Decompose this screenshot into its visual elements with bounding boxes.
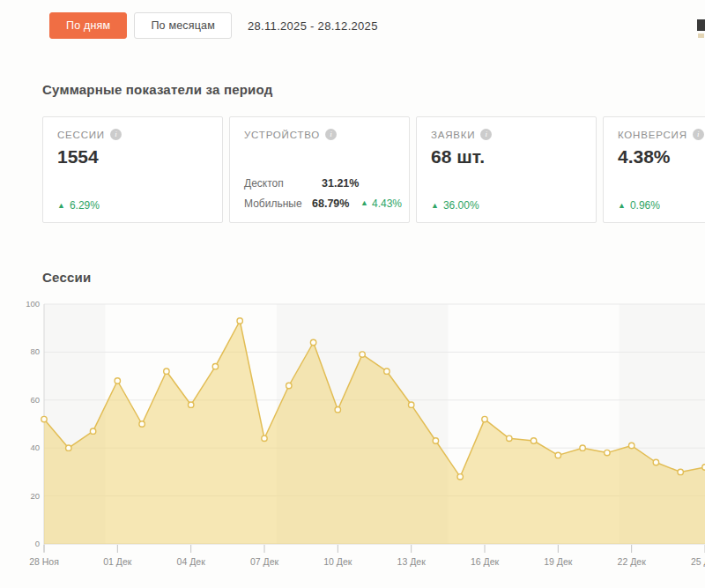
date-range-value[interactable]: 28.11.2025 - 28.12.2025: [248, 19, 378, 33]
data-point[interactable]: [335, 407, 340, 413]
data-point[interactable]: [384, 368, 390, 374]
y-tick-label: 20: [30, 491, 40, 501]
up-triangle-icon: ▲: [431, 202, 439, 210]
y-tick-label: 60: [30, 395, 40, 405]
x-tick-label: 16 Дек: [471, 556, 500, 567]
desktop-label: Десктоп: [244, 177, 322, 190]
info-icon[interactable]: i: [110, 129, 122, 140]
x-tick-label: 07 Дек: [250, 556, 279, 567]
conversion-card-title: КОНВЕРСИЯ: [618, 130, 687, 140]
sessions-card: СЕССИИ i 1554 ▲ 6.29%: [42, 116, 223, 223]
data-point[interactable]: [605, 450, 610, 455]
x-tick-label: 22 Дек: [618, 556, 647, 567]
info-icon[interactable]: i: [325, 129, 337, 140]
x-tick-label: 10 Дек: [323, 556, 352, 567]
data-point[interactable]: [139, 421, 145, 427]
mobile-share: 68.79%: [312, 197, 355, 210]
data-point[interactable]: [629, 443, 634, 448]
summary-cards-row: СЕССИИ i 1554 ▲ 6.29% УСТРОЙСТВО i Дескт…: [42, 116, 705, 223]
mobile-label: Мобильные: [244, 197, 312, 210]
up-triangle-icon: ▲: [57, 202, 65, 210]
sessions-value: 1554: [57, 146, 208, 167]
data-point[interactable]: [66, 445, 71, 450]
by-months-button[interactable]: По месяцам: [134, 12, 232, 39]
by-days-button[interactable]: По дням: [49, 12, 127, 39]
desktop-row: Десктоп 31.21%: [244, 173, 402, 193]
x-tick-label: 13 Дек: [397, 556, 427, 567]
data-point[interactable]: [115, 378, 120, 383]
data-point[interactable]: [580, 445, 585, 450]
y-tick-label: 100: [26, 299, 40, 309]
data-point[interactable]: [360, 352, 365, 357]
conversion-card: КОНВЕРСИЯ i 4.38% ▲ 0.96%: [603, 116, 705, 223]
info-icon[interactable]: i: [693, 129, 704, 140]
data-point[interactable]: [653, 459, 658, 465]
mobile-delta: 4.43%: [372, 197, 402, 210]
data-point[interactable]: [212, 364, 218, 369]
leads-card-title: ЗАЯВКИ: [431, 130, 475, 140]
conversion-delta: 0.96%: [630, 199, 660, 212]
data-point[interactable]: [433, 438, 438, 443]
data-point[interactable]: [507, 435, 512, 441]
leads-value: 68 шт.: [431, 146, 582, 167]
data-point[interactable]: [409, 402, 414, 407]
sessions-delta: 6.29%: [70, 199, 100, 212]
x-tick-label: 01 Дек: [103, 556, 132, 567]
y-tick-label: 80: [30, 346, 40, 356]
y-tick-label: 0: [35, 539, 40, 548]
x-tick-label: 19 Дек: [544, 556, 573, 567]
desktop-share: 31.21%: [322, 177, 371, 190]
x-tick-label: 25 Дек: [691, 556, 705, 567]
data-point[interactable]: [310, 339, 315, 345]
devices-card-title: УСТРОЙСТВО: [244, 130, 320, 140]
chart-title: Сессии: [42, 270, 91, 285]
data-point[interactable]: [164, 368, 169, 374]
devices-card: УСТРОЙСТВО i Десктоп 31.21% Мобильные 68…: [229, 116, 410, 223]
data-point[interactable]: [189, 402, 194, 407]
x-tick-label: 04 Дек: [177, 556, 206, 567]
data-point[interactable]: [237, 318, 242, 324]
y-tick-label: 40: [30, 443, 40, 452]
leads-card: ЗАЯВКИ i 68 шт. ▲ 36.00%: [416, 116, 597, 223]
data-point[interactable]: [41, 416, 47, 421]
data-point[interactable]: [90, 428, 95, 434]
cropped-edge-icon: [697, 19, 705, 31]
data-point[interactable]: [531, 438, 536, 443]
conversion-value: 4.38%: [618, 146, 705, 167]
leads-delta: 36.00%: [443, 199, 479, 212]
mobile-row: Мобильные 68.79% ▲ 4.43%: [244, 193, 402, 213]
x-tick-label: 28 Ноя: [29, 556, 59, 567]
period-toggle-bar: По дням По месяцам 28.11.2025 - 28.12.20…: [49, 12, 378, 39]
sessions-card-title: СЕССИИ: [57, 130, 105, 140]
up-triangle-icon: ▲: [360, 199, 368, 207]
info-icon[interactable]: i: [480, 129, 492, 140]
data-point[interactable]: [482, 416, 487, 421]
summary-section-title: Суммарные показатели за период: [42, 82, 272, 97]
sessions-area-chart[interactable]: 28 Ноя01 Дек04 Дек07 Дек10 Дек13 Дек16 Д…: [0, 291, 705, 588]
data-point[interactable]: [457, 474, 463, 480]
data-point[interactable]: [678, 469, 683, 474]
sessions-chart[interactable]: 28 Ноя01 Дек04 Дек07 Дек10 Дек13 Дек16 Д…: [0, 291, 705, 588]
up-triangle-icon: ▲: [618, 202, 626, 210]
data-point[interactable]: [262, 435, 267, 441]
data-point[interactable]: [555, 452, 560, 458]
data-point[interactable]: [286, 383, 292, 388]
